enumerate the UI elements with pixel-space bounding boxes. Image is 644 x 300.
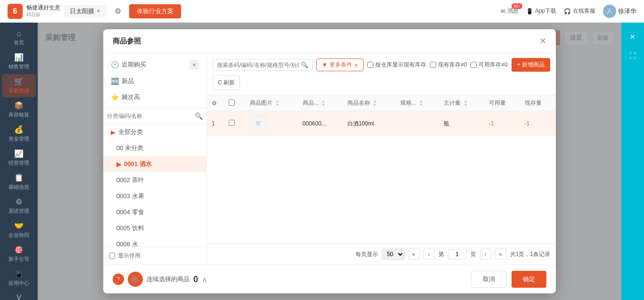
- quick-filter-frequent[interactable]: ⭐ 频次高: [107, 90, 203, 104]
- category-snack[interactable]: 0004 零食: [103, 204, 206, 220]
- sidebar-item-system[interactable]: ⚙ 系统管理: [2, 194, 36, 217]
- row-num: 1: [207, 111, 224, 136]
- category-water[interactable]: 0008 水: [103, 236, 206, 247]
- expand-all-icon: ▶: [111, 129, 116, 136]
- warehouse-checkbox[interactable]: [367, 62, 373, 68]
- right-sidebar-close[interactable]: ✕: [624, 28, 641, 45]
- cart-count: 0: [193, 275, 198, 284]
- category-uncategorized[interactable]: 00 未分类: [103, 140, 206, 156]
- show-disabled-area: 显示停用: [103, 247, 206, 265]
- app-download-nav[interactable]: 📱 App下载: [526, 7, 556, 15]
- row-checkbox[interactable]: [229, 120, 235, 126]
- usable-filter: 可用库存≠0: [471, 61, 507, 69]
- product-search-input[interactable]: [217, 62, 299, 68]
- product-search-box: 🔍: [213, 59, 313, 71]
- available-checkbox[interactable]: [430, 62, 436, 68]
- headset-icon: 🎧: [564, 8, 571, 15]
- category-search-icon[interactable]: 🔍: [195, 112, 203, 120]
- new-icon: 🆕: [111, 77, 119, 85]
- user-menu[interactable]: 人 徐泽华: [603, 5, 636, 18]
- quick-filter-new[interactable]: 🆕 新品: [107, 74, 203, 88]
- table-row[interactable]: 1 图 000600... 白酒100ml: [207, 111, 556, 136]
- expand-liquor-icon: ▶: [116, 161, 121, 168]
- page-last-button[interactable]: »: [495, 249, 506, 260]
- category-tea[interactable]: 0002 茶叶: [103, 172, 206, 188]
- th-stock: 现存量: [520, 95, 556, 111]
- refresh-product-button[interactable]: C 刷新: [213, 75, 240, 90]
- logo-sub: 精品版: [26, 11, 60, 18]
- cart-collapse-button[interactable]: ∧: [202, 275, 207, 284]
- sidebar-item-finance[interactable]: 💰 资金管理: [2, 122, 36, 145]
- total-records-label: 共1页，1条记录: [510, 250, 550, 258]
- username-label: 徐泽华: [618, 7, 636, 16]
- select-all-checkbox[interactable]: [229, 100, 235, 106]
- confirm-button[interactable]: 确定: [512, 271, 546, 288]
- page-size-select[interactable]: 50: [382, 249, 405, 260]
- modal-body: 🕐 近期购买 « 🆕 新品 ⭐ 频次高: [103, 53, 556, 265]
- sidebar-item-member[interactable]: V 畅会员: [2, 291, 36, 300]
- page-next-button[interactable]: ›: [480, 249, 491, 260]
- add-product-button[interactable]: + 新增商品: [512, 58, 550, 72]
- sidebar-item-appcenter[interactable]: 📱 应用中心: [2, 267, 36, 290]
- product-search-icon[interactable]: 🔍: [301, 61, 308, 68]
- collapse-icon[interactable]: «: [190, 60, 199, 69]
- cart-area: ? 🛒 连续选择的商品 0 ∧: [113, 272, 471, 287]
- sidebar-item-operations[interactable]: 📈 经营管理: [2, 146, 36, 169]
- product-table: ⚙ 商品图片 ▲▼ 商品... ▲▼: [207, 95, 556, 136]
- row-checkbox-cell: [224, 111, 245, 136]
- right-sidebar-expand[interactable]: ⛶: [624, 47, 641, 64]
- sidebar-item-inventory[interactable]: 📦 库存核算: [2, 98, 36, 121]
- main-layout: ⌂ 首页 📊 销售管理 🛒 采购管理 📦 库存核算 💰 资金管理 📈 经营管理 …: [0, 23, 644, 300]
- category-search-input[interactable]: [107, 113, 193, 119]
- category-liquor[interactable]: ▶ 0001 酒水: [103, 156, 206, 172]
- product-reference-modal: 商品参照 ✕ 🕐 近期购买 « �: [103, 29, 556, 293]
- th-name: 商品名称 ▲▼: [343, 95, 396, 111]
- available-filter: 现有库存≠0: [430, 61, 467, 69]
- logo-area: 6 畅捷通好生意 精品版: [8, 4, 64, 19]
- more-filters-button[interactable]: ▼ 更多条件 ∧: [316, 58, 363, 71]
- modal-close-button[interactable]: ✕: [539, 36, 546, 46]
- modal-footer: ? 🛒 连续选择的商品 0 ∧ 取消 确定: [103, 265, 556, 293]
- usable-checkbox[interactable]: [471, 62, 477, 68]
- product-table-wrap: ⚙ 商品图片 ▲▼ 商品... ▲▼: [207, 95, 556, 243]
- sales-icon: 📊: [14, 53, 24, 62]
- basics-icon: 📋: [14, 173, 24, 182]
- th-unit: 主计量 ▲▼: [439, 95, 484, 111]
- finance-icon: 💰: [14, 125, 24, 134]
- store-selector[interactable]: 日太阳膜 ▼: [64, 5, 107, 17]
- online-service-nav[interactable]: 🎧 在线客服: [564, 7, 595, 15]
- category-fruit[interactable]: 0003 水果: [103, 188, 206, 204]
- quick-filter-recent[interactable]: 🕐 近期购买 «: [107, 57, 203, 72]
- sidebar-item-enterprise[interactable]: 🤝 企业协同: [2, 218, 36, 242]
- modal-overlay: 商品参照 ✕ 🕐 近期购买 « �: [38, 23, 621, 300]
- sidebar-item-guide[interactable]: 🎯 新手引导: [2, 242, 36, 266]
- row-unit: 瓶: [439, 111, 484, 136]
- category-list: ▶ 全部分类 00 未分类 ▶ 0001 酒水 0002 茶: [103, 124, 206, 247]
- inventory-icon: 📦: [14, 101, 24, 110]
- category-beverage[interactable]: 0005 饮料: [103, 220, 206, 236]
- member-icon: V: [17, 293, 22, 300]
- page-first-button[interactable]: «: [408, 249, 420, 260]
- sidebar-item-purchase[interactable]: 🛒 采购管理: [2, 74, 36, 97]
- settings-icon[interactable]: ⚙: [110, 4, 125, 19]
- cart-icon-wrap[interactable]: 🛒: [128, 272, 143, 287]
- nav-right: ✉ 消息 99+ 📱 App下载 🎧 在线客服 人 徐泽华: [501, 5, 636, 18]
- home-icon: ⌂: [17, 29, 21, 38]
- row-name: 白酒100ml: [343, 111, 396, 136]
- cancel-button[interactable]: 取消: [471, 271, 507, 288]
- page-number-input[interactable]: [448, 249, 467, 259]
- th-code: 商品... ▲▼: [298, 95, 343, 111]
- show-disabled-checkbox[interactable]: [109, 253, 115, 259]
- product-toolbar: 🔍 ▼ 更多条件 ∧ 按仓库显示现有库存: [207, 53, 556, 95]
- th-gear[interactable]: ⚙: [207, 95, 224, 111]
- help-button[interactable]: ?: [113, 274, 124, 285]
- sidebar-item-home[interactable]: ⌂ 首页: [2, 26, 36, 49]
- row-stock: -1: [520, 111, 556, 136]
- sidebar-item-sales[interactable]: 📊 销售管理: [2, 50, 36, 73]
- messages-nav[interactable]: ✉ 消息 99+: [501, 7, 519, 15]
- page-prev-button[interactable]: ‹: [423, 249, 435, 260]
- modal-left-panel: 🕐 近期购买 « 🆕 新品 ⭐ 频次高: [103, 53, 207, 265]
- category-all[interactable]: ▶ 全部分类: [103, 124, 206, 140]
- sidebar-item-basics[interactable]: 📋 基础信息: [2, 170, 36, 193]
- trial-button[interactable]: 体验行业方案: [129, 4, 181, 18]
